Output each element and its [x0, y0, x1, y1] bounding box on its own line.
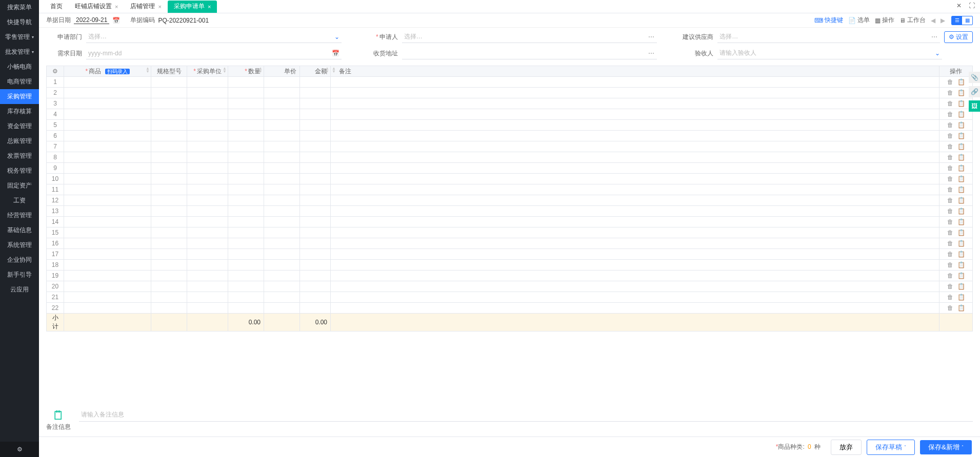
cell-amount[interactable] — [300, 260, 331, 271]
delete-row-icon[interactable]: 🗑 — [947, 229, 953, 236]
delete-row-icon[interactable]: 🗑 — [947, 218, 953, 225]
cell-spec[interactable] — [151, 88, 187, 98]
cell-remark[interactable] — [331, 174, 939, 184]
cell-unit[interactable] — [187, 303, 228, 314]
discard-button[interactable]: 放弃 — [831, 440, 862, 455]
table-row[interactable]: 21🗑📋 — [47, 292, 973, 303]
cell-qty[interactable] — [228, 303, 264, 314]
cell-qty[interactable] — [228, 98, 264, 109]
cell-remark[interactable] — [331, 98, 939, 109]
cell-unit[interactable] — [187, 238, 228, 249]
view-list-icon[interactable]: ☰ — [952, 16, 962, 25]
cell-price[interactable] — [264, 217, 300, 227]
sidebar-item-5[interactable]: 电商管理 — [0, 74, 39, 89]
delete-row-icon[interactable]: 🗑 — [947, 111, 953, 118]
toolbar-workbench[interactable]: 🖥工作台 — [899, 16, 926, 25]
cell-remark[interactable] — [331, 260, 939, 271]
copy-row-icon[interactable]: 📋 — [957, 154, 965, 161]
cell-amount[interactable] — [300, 292, 331, 303]
table-row[interactable]: 1🗑📋 — [47, 77, 973, 88]
cell-qty[interactable] — [228, 271, 264, 281]
toolbar-hotkey[interactable]: ⌨快捷键 — [814, 16, 843, 25]
cell-amount[interactable] — [300, 98, 331, 109]
table-row[interactable]: 10🗑📋 — [47, 174, 973, 184]
cell-unit[interactable] — [187, 109, 228, 120]
cell-product[interactable] — [64, 120, 151, 131]
cell-product[interactable] — [64, 281, 151, 292]
cell-remark[interactable] — [331, 206, 939, 217]
cell-unit[interactable] — [187, 206, 228, 217]
nav-next[interactable]: ▶ — [941, 17, 945, 24]
float-image-icon[interactable]: 🖼 — [969, 100, 980, 112]
sidebar-item-4[interactable]: 小畅电商 — [0, 59, 39, 74]
sidebar-item-10[interactable]: 发票管理 — [0, 149, 39, 163]
cell-product[interactable] — [64, 88, 151, 98]
cell-qty[interactable] — [228, 120, 264, 131]
col-unit[interactable]: ▲▼*采购单位 — [187, 66, 228, 77]
demand-date-input[interactable]: yyyy-mm-dd 📅 — [86, 47, 342, 59]
delete-row-icon[interactable]: 🗑 — [947, 154, 953, 161]
cell-amount[interactable] — [300, 217, 331, 227]
cell-remark[interactable] — [331, 163, 939, 174]
cell-remark[interactable] — [331, 271, 939, 281]
cell-amount[interactable] — [300, 131, 331, 141]
cell-qty[interactable] — [228, 131, 264, 141]
cell-price[interactable] — [264, 174, 300, 184]
cell-remark[interactable] — [331, 131, 939, 141]
sidebar-item-3[interactable]: 批发管理▾ — [0, 45, 39, 59]
table-row[interactable]: 3🗑📋 — [47, 98, 973, 109]
cell-price[interactable] — [264, 131, 300, 141]
cell-price[interactable] — [264, 260, 300, 271]
copy-row-icon[interactable]: 📋 — [957, 121, 965, 129]
copy-row-icon[interactable]: 📋 — [957, 143, 965, 150]
delete-row-icon[interactable]: 🗑 — [947, 121, 953, 129]
copy-row-icon[interactable]: 📋 — [957, 164, 965, 172]
cell-price[interactable] — [264, 98, 300, 109]
cell-unit[interactable] — [187, 174, 228, 184]
cell-qty[interactable] — [228, 77, 264, 88]
cell-price[interactable] — [264, 120, 300, 131]
tab-1[interactable]: 旺铺店铺设置× — [69, 1, 124, 13]
copy-row-icon[interactable]: 📋 — [957, 175, 965, 182]
table-row[interactable]: 17🗑📋 — [47, 249, 973, 260]
cell-unit[interactable] — [187, 195, 228, 206]
table-row[interactable]: 12🗑📋 — [47, 195, 973, 206]
delete-row-icon[interactable]: 🗑 — [947, 100, 953, 107]
delete-row-icon[interactable]: 🗑 — [947, 283, 953, 290]
cell-product[interactable] — [64, 238, 151, 249]
sidebar-item-13[interactable]: 工资 — [0, 193, 39, 208]
cell-qty[interactable] — [228, 88, 264, 98]
cell-product[interactable] — [64, 249, 151, 260]
cell-remark[interactable] — [331, 184, 939, 195]
table-row[interactable]: 20🗑📋 — [47, 281, 973, 292]
delete-row-icon[interactable]: 🗑 — [947, 89, 953, 96]
cell-unit[interactable] — [187, 141, 228, 152]
table-row[interactable]: 9🗑📋 — [47, 163, 973, 174]
supplier-select[interactable]: 选择… ⋯ — [717, 31, 940, 43]
delete-row-icon[interactable]: 🗑 — [947, 251, 953, 258]
cell-product[interactable] — [64, 206, 151, 217]
cell-remark[interactable] — [331, 227, 939, 238]
cell-unit[interactable] — [187, 77, 228, 88]
cell-amount[interactable] — [300, 174, 331, 184]
cell-product[interactable] — [64, 131, 151, 141]
cell-amount[interactable] — [300, 109, 331, 120]
cell-product[interactable] — [64, 303, 151, 314]
table-row[interactable]: 5🗑📋 — [47, 120, 973, 131]
cell-spec[interactable] — [151, 303, 187, 314]
cell-remark[interactable] — [331, 77, 939, 88]
cell-qty[interactable] — [228, 195, 264, 206]
cell-price[interactable] — [264, 281, 300, 292]
cell-amount[interactable] — [300, 88, 331, 98]
cell-spec[interactable] — [151, 98, 187, 109]
cell-spec[interactable] — [151, 292, 187, 303]
cell-product[interactable] — [64, 195, 151, 206]
cell-qty[interactable] — [228, 141, 264, 152]
sidebar-item-9[interactable]: 总账管理 — [0, 134, 39, 149]
table-row[interactable]: 15🗑📋 — [47, 227, 973, 238]
cell-amount[interactable] — [300, 227, 331, 238]
cell-amount[interactable] — [300, 120, 331, 131]
tab-2[interactable]: 店铺管理× — [124, 1, 167, 13]
cell-remark[interactable] — [331, 217, 939, 227]
cell-qty[interactable] — [228, 163, 264, 174]
